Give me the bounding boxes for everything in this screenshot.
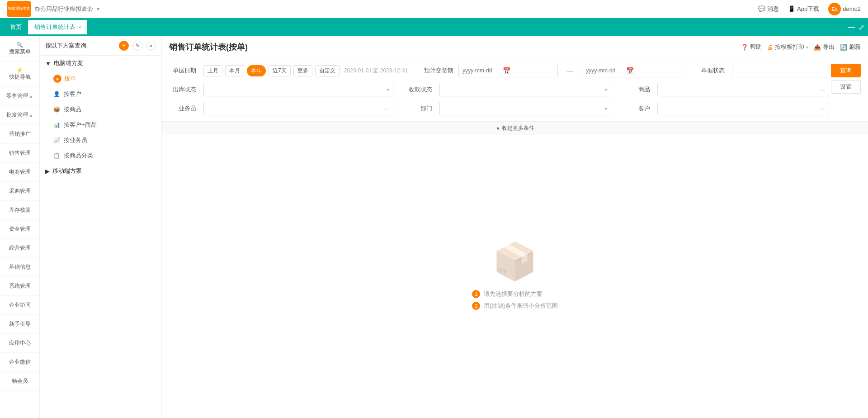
app-download-btn[interactable]: 📱 App下载 bbox=[788, 5, 819, 13]
customer-input-wrap[interactable]: ··· bbox=[657, 102, 829, 115]
this-year-btn[interactable]: 本年 bbox=[247, 65, 266, 76]
last-month-btn[interactable]: 上月 bbox=[203, 65, 222, 76]
calendar-end-icon: 📅 bbox=[626, 67, 634, 74]
date-separator: — bbox=[565, 67, 575, 74]
filter-area: 单据日期 上月 本月 本年 近7天 更多 自定义 2023-01-01 至 20… bbox=[162, 58, 868, 121]
right-panel: 销售订单统计表(按单) ❓ 帮助 🖨 按模板打印 ▾ 📤 导出 bbox=[162, 36, 868, 418]
product-scheme-icon: 📦 bbox=[53, 106, 60, 113]
data-area: 📦 1 请先选择要分析的方案 2 用[过滤]条件来缩小分析范围 bbox=[162, 135, 868, 418]
tab-maximize-btn[interactable]: ⤢ bbox=[859, 23, 864, 32]
sidebar-item-basic-info[interactable]: 基础信息 bbox=[0, 258, 39, 277]
sidebar: 🔍 搜索菜单 ⚡ 快捷导航 零售管理 ▲ 批发管理 ▲ 营销推广 销售管理 电商… bbox=[0, 36, 40, 418]
add-scheme-btn[interactable]: + bbox=[119, 41, 129, 51]
customer-more-icon[interactable]: ··· bbox=[820, 105, 825, 112]
scheme-item-by-customer-product[interactable]: 📊 按客户+商品 bbox=[40, 117, 161, 133]
sidebar-item-enterprise[interactable]: 企业协同 bbox=[0, 296, 39, 315]
hint-num-1: 1 bbox=[472, 290, 480, 298]
last-7-days-btn[interactable]: 近7天 bbox=[269, 65, 291, 76]
retail-arrow-icon: ▲ bbox=[29, 94, 33, 99]
tab-minimize-btn[interactable]: — bbox=[848, 23, 855, 31]
out-status-select[interactable]: ▾ bbox=[203, 83, 393, 96]
sidebar-item-inventory[interactable]: 库存核算 bbox=[0, 201, 39, 220]
pay-status-dropdown-icon: ▾ bbox=[605, 87, 607, 92]
mobile-scheme-group[interactable]: ▶ 移动端方案 bbox=[40, 163, 161, 179]
sidebar-item-finance[interactable]: 资金管理 bbox=[0, 220, 39, 239]
customer-scheme-icon: 👤 bbox=[53, 91, 60, 97]
message-icon: 💬 bbox=[758, 5, 765, 12]
scheme-item-by-salesperson[interactable]: 📈 按业务员 bbox=[40, 133, 161, 148]
pay-status-label: 收款状态 bbox=[405, 86, 432, 94]
sidebar-item-retail[interactable]: 零售管理 ▲ bbox=[0, 87, 39, 106]
collapse-bar[interactable]: ∧ 收起更多条件 bbox=[162, 121, 868, 135]
calendar-start-icon: 📅 bbox=[503, 67, 510, 74]
settings-btn[interactable]: 设置 bbox=[831, 80, 861, 94]
product-input[interactable] bbox=[661, 86, 820, 93]
tab-home[interactable]: 首页 bbox=[4, 20, 28, 34]
refresh-btn[interactable]: 🔄 刷新 bbox=[840, 43, 861, 51]
user-menu[interactable]: Ea demo2 bbox=[828, 3, 861, 15]
more-date-btn[interactable]: 更多 bbox=[293, 65, 312, 76]
customer-input[interactable] bbox=[661, 105, 820, 112]
forecast-date-end[interactable]: 📅 bbox=[582, 64, 681, 77]
desktop-group-title[interactable]: ▼ 电脑端方案 bbox=[40, 56, 161, 71]
product-more-icon[interactable]: ··· bbox=[820, 86, 825, 93]
collapse-panel-btn[interactable]: « bbox=[146, 41, 156, 51]
salesperson-label: 业务员 bbox=[169, 104, 196, 113]
export-btn[interactable]: 📤 导出 bbox=[814, 43, 835, 51]
custom-date-btn[interactable]: 自定义 bbox=[315, 65, 340, 76]
sidebar-item-ecommerce[interactable]: 电商管理 bbox=[0, 163, 39, 182]
sidebar-item-marketing[interactable]: 营销推广 bbox=[0, 125, 39, 144]
edit-scheme-btn[interactable]: ✎ bbox=[132, 41, 142, 51]
sidebar-item-apps[interactable]: 应用中心 bbox=[0, 334, 39, 353]
logo: 畅捷通好生意 bbox=[7, 1, 31, 17]
out-status-label: 出库状态 bbox=[169, 86, 196, 94]
status-label: 单据状态 bbox=[698, 66, 725, 75]
scheme-item-by-order[interactable]: ● 按单 bbox=[40, 71, 161, 86]
filter-row-1: 单据日期 上月 本月 本年 近7天 更多 自定义 2023-01-01 至 20… bbox=[169, 64, 861, 115]
salesperson-more-icon[interactable]: ··· bbox=[384, 105, 389, 112]
sidebar-item-system[interactable]: 系统管理 bbox=[0, 277, 39, 296]
date-range-display: 2023-01-01 至 2023-12-31 bbox=[344, 67, 408, 75]
this-month-btn[interactable]: 本月 bbox=[225, 65, 244, 76]
topbar: 畅捷通好生意 办公用品行业模拟账套 ▾ 💬 消息 📱 App下载 Ea demo… bbox=[0, 0, 868, 18]
search-icon: 🔍 bbox=[2, 42, 38, 48]
sidebar-item-wholesale[interactable]: 批发管理 ▲ bbox=[0, 106, 39, 125]
sidebar-item-sales[interactable]: 销售管理 bbox=[0, 144, 39, 163]
forecast-start-input[interactable] bbox=[462, 67, 501, 74]
tab-sales-order[interactable]: 销售订单统计表 × bbox=[28, 20, 87, 34]
sidebar-item-quick-nav[interactable]: ⚡ 快捷导航 bbox=[0, 62, 39, 87]
dept-label: 部门 bbox=[405, 104, 432, 113]
export-icon: 📤 bbox=[814, 44, 821, 51]
product-input-wrap[interactable]: ··· bbox=[657, 83, 829, 96]
sidebar-item-member[interactable]: 畅会员 bbox=[0, 372, 39, 391]
pay-status-select[interactable]: ▾ bbox=[439, 83, 611, 96]
dept-select[interactable]: ▾ bbox=[439, 102, 611, 115]
title-dropdown[interactable]: ▾ bbox=[97, 6, 99, 12]
print-dropdown-icon: ▾ bbox=[806, 45, 808, 50]
refresh-icon: 🔄 bbox=[840, 44, 847, 51]
forecast-date-start[interactable]: 📅 bbox=[458, 64, 558, 77]
main-layout: 🔍 搜索菜单 ⚡ 快捷导航 零售管理 ▲ 批发管理 ▲ 营销推广 销售管理 电商… bbox=[0, 36, 868, 418]
salesperson-input[interactable] bbox=[208, 105, 384, 112]
query-btn[interactable]: 查询 bbox=[831, 64, 861, 77]
scheme-item-by-product[interactable]: 📦 按商品 bbox=[40, 102, 161, 117]
forecast-label: 预计交货期 bbox=[424, 66, 451, 75]
active-scheme-icon: ● bbox=[53, 75, 61, 83]
print-btn[interactable]: 🖨 按模板打印 ▾ bbox=[767, 43, 808, 51]
sidebar-item-operations[interactable]: 经营管理 bbox=[0, 239, 39, 258]
scheme-item-by-category[interactable]: 📋 按商品分类 bbox=[40, 148, 161, 163]
sidebar-item-guide[interactable]: 新手引导 bbox=[0, 315, 39, 334]
message-btn[interactable]: 💬 消息 bbox=[758, 5, 779, 13]
filter-row-3: 业务员 ··· 部门 ▾ 客户 bbox=[169, 102, 824, 115]
scheme-item-by-customer[interactable]: 👤 按客户 bbox=[40, 86, 161, 102]
help-btn[interactable]: ❓ 帮助 bbox=[741, 43, 762, 51]
forecast-end-input[interactable] bbox=[586, 67, 624, 74]
salesperson-input-wrap[interactable]: ··· bbox=[203, 102, 393, 115]
sidebar-item-search[interactable]: 🔍 搜索菜单 bbox=[0, 36, 39, 62]
sidebar-item-wechat[interactable]: 企业微信 bbox=[0, 353, 39, 372]
left-panel: 按以下方案查询 + ✎ « ▼ 电脑端方案 ● 按单 👤 按 bbox=[40, 36, 162, 418]
tab-close-icon[interactable]: × bbox=[78, 24, 81, 30]
app-icon: 📱 bbox=[788, 5, 795, 12]
sidebar-item-purchase[interactable]: 采购管理 bbox=[0, 182, 39, 201]
dept-dropdown-icon: ▾ bbox=[605, 106, 607, 111]
